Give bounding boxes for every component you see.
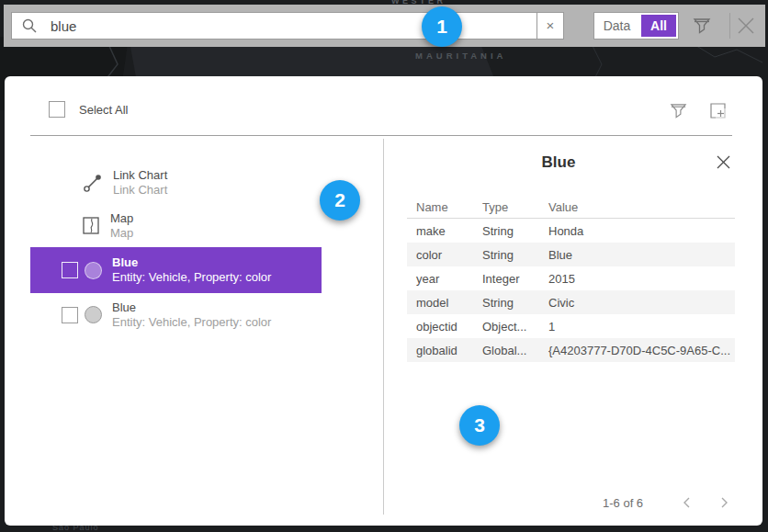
header-divider bbox=[30, 135, 732, 136]
cell-type: Global... bbox=[473, 344, 539, 357]
table-row: modelStringCivic bbox=[407, 290, 735, 314]
cell-name: objectid bbox=[407, 320, 473, 334]
table-row: globalidGlobal...{A4203777-D70D-4C5C-9A6… bbox=[407, 338, 735, 362]
cell-name: globalid bbox=[407, 344, 473, 357]
link-chart-icon bbox=[83, 173, 103, 193]
pagination-label: 1-6 of 6 bbox=[603, 496, 643, 510]
annotation-badge-2: 2 bbox=[320, 180, 360, 221]
table-row: objectidObject...1 bbox=[407, 314, 735, 338]
cell-name: color bbox=[407, 248, 473, 262]
pagination: 1-6 of 6 bbox=[384, 494, 747, 513]
chevron-right-icon[interactable] bbox=[715, 494, 733, 513]
toolbar-divider bbox=[729, 13, 730, 39]
list-item-blue-3[interactable]: BlueEntity: Vehicle, Property: color bbox=[30, 293, 324, 336]
cell-type: Object... bbox=[473, 320, 539, 334]
item-subtitle: Link Chart bbox=[113, 183, 167, 198]
cell-value: 1 bbox=[539, 320, 735, 334]
cell-type: String bbox=[473, 296, 539, 310]
results-filter-icon[interactable] bbox=[669, 101, 688, 120]
toggle-option-all[interactable]: All bbox=[641, 15, 676, 37]
table-header: Name Type Value bbox=[407, 196, 735, 219]
search-toolbar: × Data All bbox=[4, 5, 765, 47]
list-details-divider bbox=[383, 139, 384, 515]
item-title: Map bbox=[110, 211, 133, 226]
annotation-badge-1: 1 bbox=[422, 6, 462, 47]
table-row: yearInteger2015 bbox=[407, 266, 735, 290]
item-subtitle: Entity: Vehicle, Property: color bbox=[112, 270, 271, 285]
search-results-panel: Select All Link ChartLink ChartMapMapBlu… bbox=[5, 76, 762, 526]
item-subtitle: Entity: Vehicle, Property: color bbox=[112, 315, 271, 330]
properties-table: Name Type Value makeStringHondacolorStri… bbox=[407, 196, 735, 362]
cell-name: make bbox=[407, 224, 473, 238]
cell-value: 2015 bbox=[539, 272, 735, 286]
toggle-option-data[interactable]: Data bbox=[594, 13, 639, 39]
close-search-icon[interactable] bbox=[734, 14, 758, 38]
table-row: makeStringHonda bbox=[407, 219, 735, 243]
clear-search-icon[interactable]: × bbox=[536, 12, 564, 40]
list-item-map-1[interactable]: MapMap bbox=[30, 204, 324, 247]
map-label-mauritania: MAURITANIA bbox=[415, 51, 506, 61]
map-icon bbox=[83, 216, 100, 235]
item-subtitle: Map bbox=[110, 226, 133, 241]
add-selection-icon[interactable] bbox=[708, 101, 728, 121]
cell-name: year bbox=[407, 272, 473, 286]
item-title: Blue bbox=[112, 255, 271, 270]
chevron-left-icon[interactable] bbox=[678, 494, 696, 513]
annotation-badge-3: 3 bbox=[459, 405, 500, 446]
item-checkbox[interactable] bbox=[62, 262, 78, 278]
close-details-icon[interactable] bbox=[714, 154, 732, 173]
cell-type: Integer bbox=[473, 272, 539, 286]
cell-name: model bbox=[407, 296, 473, 310]
cell-type: String bbox=[473, 248, 539, 262]
item-title: Blue bbox=[112, 300, 271, 315]
select-all-label: Select All bbox=[79, 103, 128, 117]
entity-circle-icon bbox=[85, 306, 102, 323]
screen: WESTER MAURITANIA São Paulo × Data All bbox=[0, 0, 768, 532]
table-row: colorStringBlue bbox=[407, 243, 735, 266]
search-input[interactable] bbox=[51, 14, 536, 38]
data-all-toggle: Data All bbox=[593, 12, 679, 40]
cell-value: Blue bbox=[539, 248, 735, 262]
cell-value: Honda bbox=[539, 224, 735, 238]
column-header-name: Name bbox=[407, 200, 473, 214]
filter-icon[interactable] bbox=[692, 16, 712, 36]
details-title: Blue bbox=[384, 153, 733, 172]
select-all-checkbox[interactable] bbox=[49, 101, 65, 118]
list-item-link-chart-0[interactable]: Link ChartLink Chart bbox=[30, 161, 324, 204]
item-title: Link Chart bbox=[113, 168, 167, 183]
cell-value: Civic bbox=[539, 296, 735, 310]
list-item-blue-2[interactable]: BlueEntity: Vehicle, Property: color bbox=[30, 247, 322, 293]
search-icon bbox=[22, 18, 37, 33]
column-header-value: Value bbox=[539, 200, 735, 214]
item-checkbox[interactable] bbox=[62, 307, 78, 323]
cell-type: String bbox=[473, 224, 539, 238]
column-header-type: Type bbox=[473, 200, 539, 214]
entity-circle-icon bbox=[85, 262, 102, 279]
results-list: Link ChartLink ChartMapMapBlueEntity: Ve… bbox=[30, 161, 324, 336]
cell-value: {A4203777-D70D-4C5C-9A65-C... bbox=[539, 344, 735, 357]
